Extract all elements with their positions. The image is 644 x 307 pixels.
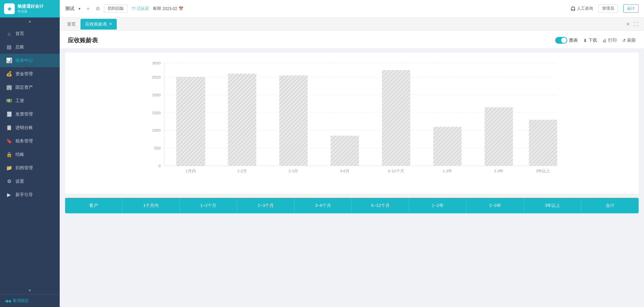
fund-icon: 💰 bbox=[6, 71, 12, 77]
svg-text:1000: 1000 bbox=[152, 128, 161, 132]
topbar-right: 🎧 人工咨询 管理员 会计 bbox=[571, 4, 639, 13]
download-label: 下载 bbox=[588, 37, 597, 43]
table-header-cell-1~2个月: 1~2个月 bbox=[180, 198, 237, 213]
topbar-admin-btn[interactable]: 管理员 bbox=[598, 4, 618, 13]
refresh-icon: ↺ bbox=[622, 38, 626, 43]
tab-home[interactable]: 首页 bbox=[62, 19, 80, 30]
report-icon: 📊 bbox=[6, 57, 12, 63]
sidebar-scroll-down[interactable]: ▼ bbox=[0, 287, 60, 294]
svg-rect-16 bbox=[177, 77, 205, 166]
ledger-icon: ▤ bbox=[6, 44, 12, 50]
sidebar-item-asset[interactable]: 🏢 固定资产 bbox=[0, 81, 60, 94]
sidebar-item-invoice[interactable]: 🧾 发票管理 bbox=[0, 107, 60, 121]
topbar-dropdown-icon[interactable]: ▾ bbox=[78, 6, 80, 11]
topbar: 测试 ▾ + ⚙ 切到旧版 🛡 已认证 账期 2023-02 📅 🎧 人工咨询 … bbox=[60, 0, 644, 17]
tab-aging[interactable]: 应收账龄表 ✕ bbox=[80, 19, 117, 30]
topbar-period: 账期 2023-02 📅 bbox=[153, 6, 183, 11]
archive-icon: 📁 bbox=[6, 165, 12, 171]
guide-icon: ▶ bbox=[6, 192, 12, 198]
sidebar-item-guide[interactable]: ▶ 新手引导 bbox=[0, 188, 60, 202]
svg-rect-28 bbox=[485, 107, 513, 166]
topbar-gear-btn[interactable]: ⚙ bbox=[96, 6, 100, 12]
sidebar-item-report[interactable]: 📊 报表中心 bbox=[0, 54, 60, 67]
svg-text:6-12个月: 6-12个月 bbox=[388, 169, 404, 173]
page-container: 应收账龄表 图表 ⬇ 下载 🖨 打印 ↺ bbox=[60, 31, 644, 213]
sidebar-label-archive: 归档管理 bbox=[15, 165, 33, 171]
page-title: 应收账龄表 bbox=[68, 36, 98, 44]
sidebar-label-home: 首页 bbox=[15, 31, 24, 37]
svg-text:3-6月: 3-6月 bbox=[340, 169, 350, 173]
logo-sub: 专业版 bbox=[17, 9, 44, 14]
table-header-cell-1个月内: 1个月内 bbox=[122, 198, 180, 213]
svg-text:2-3月: 2-3月 bbox=[288, 169, 298, 173]
tab-aging-close[interactable]: ✕ bbox=[109, 22, 112, 26]
download-icon: ⬇ bbox=[583, 38, 587, 43]
svg-text:1-2年: 1-2年 bbox=[443, 169, 452, 173]
svg-text:3000: 3000 bbox=[152, 61, 161, 65]
print-btn[interactable]: 🖨 打印 bbox=[602, 37, 617, 43]
table-header-cell-3~6个月: 3~6个月 bbox=[294, 198, 352, 213]
svg-text:3年以上: 3年以上 bbox=[536, 169, 550, 173]
download-btn[interactable]: ⬇ 下载 bbox=[583, 37, 597, 43]
chart-wrapper: 0 500 1000 1500 2000 2500 3000 1月内 1- bbox=[72, 59, 632, 187]
cancel-fixed-btn[interactable]: ◀◀ 取消固定 bbox=[0, 294, 60, 307]
sidebar: ★ 畅捷通好会计 专业版 ▲ ⌂ 首页 ▤ 总账 📊 报表中心 💰 资金管理 🏢… bbox=[0, 0, 60, 307]
home-icon: ⌂ bbox=[6, 31, 12, 37]
svg-rect-20 bbox=[279, 76, 308, 166]
sidebar-item-archive[interactable]: 📁 归档管理 bbox=[0, 161, 60, 175]
sidebar-label-invoice: 发票管理 bbox=[15, 111, 33, 117]
table-header-cell-合计: 合计 bbox=[581, 198, 639, 213]
sidebar-item-close[interactable]: 🔒 结账 bbox=[0, 148, 60, 161]
svg-rect-18 bbox=[228, 74, 256, 166]
sidebar-item-home[interactable]: ⌂ 首页 bbox=[0, 27, 60, 40]
tab-home-label: 首页 bbox=[67, 21, 76, 27]
chart-toggle-switch[interactable] bbox=[555, 37, 567, 44]
content-area: 应收账龄表 图表 ⬇ 下载 🖨 打印 ↺ bbox=[60, 31, 644, 307]
sidebar-logo: ★ 畅捷通好会计 专业版 bbox=[0, 0, 60, 17]
bar-chart: 0 500 1000 1500 2000 2500 3000 1月内 1- bbox=[72, 59, 632, 187]
calendar-icon[interactable]: 📅 bbox=[178, 6, 183, 11]
print-label: 打印 bbox=[608, 37, 617, 43]
topbar-old-version-btn[interactable]: 切到旧版 bbox=[104, 4, 127, 13]
asset-icon: 🏢 bbox=[6, 84, 12, 90]
logo-text: 畅捷通好会计 bbox=[17, 4, 44, 9]
tabbar-close-btn[interactable]: ✕ bbox=[626, 21, 630, 27]
sidebar-nav: ⌂ 首页 ▤ 总账 📊 报表中心 💰 资金管理 🏢 固定资产 💵 工资 🧾 发票… bbox=[0, 25, 60, 287]
salary-icon: 💵 bbox=[6, 98, 12, 104]
tabbar-expand-btn[interactable]: ⛶ bbox=[634, 21, 639, 27]
sidebar-item-tax[interactable]: 🔖 税务管理 bbox=[0, 134, 60, 148]
headset-icon: 🎧 bbox=[571, 6, 576, 11]
sidebar-item-ledger[interactable]: ▤ 总账 bbox=[0, 40, 60, 54]
table-area: 客户1个月内1~2个月2~3个月3~6个月6~12个月1~2年2~3年3年以上合… bbox=[65, 198, 639, 213]
table-header-cell-1~2年: 1~2年 bbox=[409, 198, 467, 213]
service-label: 人工咨询 bbox=[577, 6, 593, 11]
chart-toggle[interactable]: 图表 bbox=[555, 37, 578, 44]
topbar-add-btn[interactable]: + bbox=[85, 5, 92, 12]
table-header-cell-6~12个月: 6~12个月 bbox=[352, 198, 409, 213]
sidebar-label-report: 报表中心 bbox=[15, 57, 33, 63]
page-header: 应收账龄表 图表 ⬇ 下载 🖨 打印 ↺ bbox=[60, 31, 644, 49]
tabbar: 首页 应收账龄表 ✕ ✕ ⛶ bbox=[60, 17, 644, 31]
close-icon: 🔒 bbox=[6, 151, 12, 158]
refresh-label: 刷新 bbox=[627, 37, 636, 43]
page-actions: 图表 ⬇ 下载 🖨 打印 ↺ 刷新 bbox=[555, 37, 636, 44]
cancel-fixed-label: 取消固定 bbox=[13, 298, 29, 304]
main-area: 测试 ▾ + ⚙ 切到旧版 🛡 已认证 账期 2023-02 📅 🎧 人工咨询 … bbox=[60, 0, 644, 307]
tabbar-icons: ✕ ⛶ bbox=[626, 21, 641, 27]
topbar-role-btn[interactable]: 会计 bbox=[623, 4, 639, 13]
table-header-cell-2~3年: 2~3年 bbox=[467, 198, 524, 213]
tax-icon: 🔖 bbox=[6, 138, 12, 144]
refresh-btn[interactable]: ↺ 刷新 bbox=[622, 37, 636, 43]
sidebar-item-settings[interactable]: ⚙ 设置 bbox=[0, 175, 60, 188]
purchase-icon: 📋 bbox=[6, 125, 12, 131]
sidebar-label-salary: 工资 bbox=[15, 98, 24, 104]
topbar-service-btn[interactable]: 🎧 人工咨询 bbox=[571, 6, 593, 11]
sidebar-item-purchase[interactable]: 📋 进销台账 bbox=[0, 121, 60, 134]
sidebar-scroll-up[interactable]: ▲ bbox=[0, 17, 60, 25]
logo-icon: ★ bbox=[4, 3, 15, 14]
svg-text:2-3年: 2-3年 bbox=[494, 169, 504, 173]
svg-text:0: 0 bbox=[159, 164, 161, 168]
sidebar-item-salary[interactable]: 💵 工资 bbox=[0, 94, 60, 107]
sidebar-item-fund[interactable]: 💰 资金管理 bbox=[0, 67, 60, 81]
svg-rect-22 bbox=[331, 136, 359, 166]
